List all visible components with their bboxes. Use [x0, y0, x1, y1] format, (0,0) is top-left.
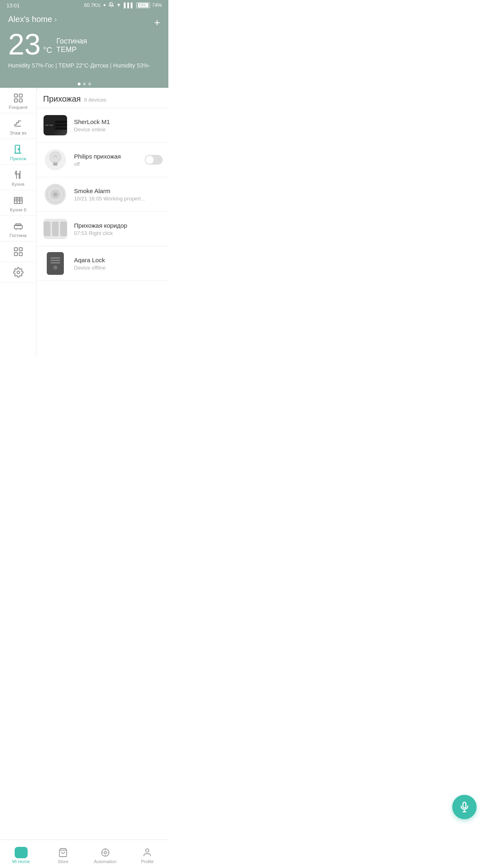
room-name: Прихожая — [43, 94, 81, 104]
svg-rect-13 — [14, 197, 22, 203]
gear-icon — [13, 267, 24, 278]
sidebar-label-etazh: Этаж вх — [9, 131, 27, 135]
svg-rect-29 — [46, 125, 48, 126]
svg-point-26 — [17, 271, 20, 274]
smoke-status: 10/21 16:05 Working properl... — [74, 196, 163, 202]
smoke-info: Smoke Alarm 10/21 16:05 Working properl.… — [74, 187, 163, 202]
svg-rect-3 — [19, 94, 22, 97]
battery-percent: 74% — [152, 2, 162, 8]
battery-icon: 74% — [136, 2, 150, 9]
svg-rect-5 — [19, 99, 22, 102]
sidebar-label-kukhnya: Кухня — [12, 182, 24, 187]
philips-image — [45, 149, 66, 170]
smoke-name: Smoke Alarm — [74, 187, 163, 194]
device-list: SherLock M1 Device online — [37, 108, 168, 313]
room-header: Прихожая 8 devices — [37, 88, 168, 108]
dot-2 — [83, 83, 86, 85]
dot-3 — [88, 83, 91, 85]
network-speed: 60.7K/c — [84, 2, 101, 8]
status-time: 13:01 — [7, 2, 20, 9]
sidebar-item-settings[interactable] — [0, 262, 36, 283]
sidebar-label-prikhod: Прихож — [10, 156, 26, 161]
svg-rect-30 — [50, 125, 53, 126]
corridor-status: 07:53 Right click — [74, 230, 163, 236]
svg-point-1 — [118, 6, 119, 7]
temp-room-name: Гостиная — [57, 37, 87, 46]
svg-rect-23 — [19, 248, 22, 251]
svg-point-31 — [50, 152, 61, 163]
status-bar: 13:01 60.7K/c ✦ ▌▌▌ — [0, 0, 168, 11]
philips-icon-wrap — [42, 148, 68, 171]
bell-icon — [109, 2, 114, 9]
bluetooth-icon: ✦ — [102, 2, 107, 8]
svg-rect-2 — [14, 94, 17, 97]
wifi-icon — [116, 2, 122, 8]
grid-icon — [13, 93, 24, 103]
stairs-icon — [13, 118, 24, 129]
corridor-icon-wrap — [42, 218, 68, 240]
sherlock-status: Device online — [74, 126, 163, 133]
content-panel: Прихожая 8 devices — [37, 88, 168, 356]
fork-icon — [13, 170, 24, 180]
corridor-image — [44, 219, 67, 239]
add-device-button[interactable]: + — [154, 17, 160, 28]
svg-rect-22 — [14, 248, 17, 251]
corridor-name: Прихожая коридор — [74, 222, 163, 229]
aqara-status: Device offline — [74, 265, 163, 271]
signal-icon: ▌▌▌ — [124, 2, 134, 8]
door-icon — [13, 144, 24, 154]
chevron-right-icon: › — [54, 16, 57, 23]
aqara-icon-wrap — [42, 252, 68, 275]
sidebar-label-gostina: Гостина — [9, 233, 26, 238]
aqara-name: Aqara Lock — [74, 257, 163, 263]
room-devices-count: 8 devices — [84, 97, 107, 103]
smoke-image: ↻ — [45, 184, 66, 205]
svg-rect-33 — [53, 164, 57, 165]
svg-point-8 — [18, 149, 19, 150]
dot-1 — [78, 83, 81, 85]
sidebar-item-frequent[interactable]: Frequent — [0, 88, 36, 113]
main-area: Frequent Этаж вх Прихож — [0, 88, 168, 356]
smoke-icon-wrap: ↻ — [42, 183, 68, 206]
sherlock-icon-wrap — [42, 114, 68, 137]
corridor-info: Прихожая коридор 07:53 Right click — [74, 222, 163, 236]
table-icon — [13, 195, 24, 206]
svg-rect-21 — [15, 224, 21, 226]
sidebar-item-gostina[interactable]: Гостина — [0, 216, 36, 241]
sensor-strip: Humidity 57%-Гос | TEMP 22°C-Детска | Hu… — [8, 62, 160, 69]
svg-rect-4 — [14, 99, 17, 102]
svg-rect-25 — [19, 252, 22, 256]
temp-unit: °C — [43, 46, 52, 55]
sidebar: Frequent Этаж вх Прихож — [0, 88, 37, 356]
svg-rect-32 — [53, 162, 58, 164]
sidebar-item-kukhnya-b[interactable]: Кухня б — [0, 190, 36, 216]
temperature-value: 23 — [8, 30, 41, 59]
sidebar-item-etazh[interactable]: Этаж вх — [0, 113, 36, 139]
device-item-aqara[interactable]: Aqara Lock Device offline — [37, 246, 168, 281]
philips-status: off — [74, 161, 142, 167]
device-item-smoke[interactable]: ↻ Smoke Alarm 10/21 16:05 Working proper… — [37, 177, 168, 212]
header-banner: Alex's home › + 23 °C Гостиная TEMP Humi… — [0, 11, 168, 78]
sherlock-info: SherLock M1 Device online — [74, 118, 163, 133]
sidebar-item-extra[interactable] — [0, 241, 36, 262]
grid2-icon — [13, 246, 24, 257]
philips-info: Philips прихожая off — [74, 153, 142, 167]
home-title[interactable]: Alex's home › — [8, 15, 57, 24]
philips-toggle[interactable] — [145, 155, 163, 165]
temp-type-label: TEMP — [57, 46, 87, 54]
sherlock-name: SherLock M1 — [74, 118, 163, 125]
sidebar-label-kukhnya-b: Кухня б — [10, 207, 26, 212]
device-item-sherlock[interactable]: SherLock M1 Device online — [37, 108, 168, 143]
device-item-philips[interactable]: Philips прихожая off — [37, 143, 168, 177]
sidebar-item-kukhnya[interactable]: Кухня — [0, 165, 36, 190]
pagination-dots — [0, 78, 168, 88]
sherlock-image — [44, 115, 67, 135]
sofa-icon — [13, 221, 24, 231]
sidebar-item-prikhod[interactable]: Прихож — [0, 139, 36, 165]
aqara-info: Aqara Lock Device offline — [74, 257, 163, 271]
svg-rect-24 — [14, 252, 17, 256]
device-item-corridor[interactable]: Прихожая коридор 07:53 Right click — [37, 212, 168, 246]
sidebar-label-frequent: Frequent — [9, 105, 27, 110]
aqara-image — [47, 252, 64, 275]
svg-text:↻: ↻ — [54, 193, 57, 197]
